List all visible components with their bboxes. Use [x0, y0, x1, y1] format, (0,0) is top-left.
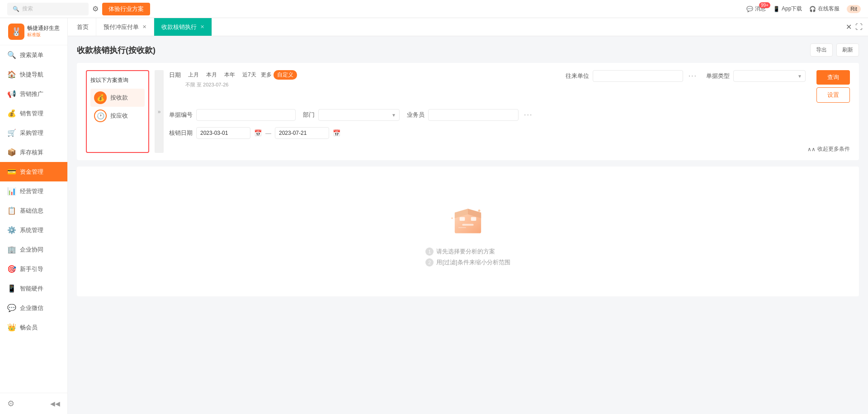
filter-scheme-panel: 按以下方案查询 💰 按收款 🕐 按应收: [86, 70, 149, 153]
sidebar-item-hardware[interactable]: 📱 智能硬件: [0, 279, 67, 298]
industry-solution-button[interactable]: 体验行业方案: [102, 3, 150, 15]
svg-rect-4: [471, 217, 476, 221]
sidebar-item-label: 快捷导航: [20, 71, 43, 79]
settings-icon[interactable]: ⚙: [92, 5, 99, 13]
tab-prepay-close[interactable]: ✕: [142, 24, 146, 30]
svg-point-8: [451, 218, 453, 219]
date-btn-7days[interactable]: 近7天: [240, 70, 259, 80]
query-button[interactable]: 查询: [816, 70, 850, 85]
app-download-button[interactable]: 📱 App下载: [773, 5, 802, 13]
svg-rect-5: [462, 224, 474, 226]
date-more-btn[interactable]: 更多: [261, 71, 272, 79]
dept-select[interactable]: [318, 109, 400, 121]
counterparty-input[interactable]: [593, 70, 683, 82]
doc-no-field: 单据编号: [169, 109, 296, 121]
marketing-icon: 📢: [7, 90, 16, 98]
date-field-group: 日期 上月 本月 本年 近7天 更多 自定义: [169, 70, 558, 88]
writeoff-end-calendar-icon[interactable]: 📅: [333, 129, 340, 137]
sidebar-item-label: 营销推广: [20, 90, 43, 98]
sidebar-item-member[interactable]: 👑 畅会员: [0, 318, 67, 337]
user-info[interactable]: Rit: [847, 5, 861, 13]
sidebar-item-guide[interactable]: 🎯 新手引导: [0, 259, 67, 279]
by-receipt-icon: 💰: [94, 91, 107, 104]
home-icon: 🏠: [7, 70, 16, 79]
date-no-limit-text: 不限 至 2023-07-26: [185, 81, 228, 88]
filter-row-3: 核销日期 📅 — 📅: [169, 127, 850, 139]
staff-input[interactable]: [428, 109, 519, 121]
inventory-icon: 📦: [7, 148, 16, 157]
empty-icon: [445, 194, 491, 240]
sales-icon: 💰: [7, 109, 16, 118]
sidebar-item-operations[interactable]: 📊 经营管理: [0, 181, 67, 201]
tab-expand-icon[interactable]: ⛶: [855, 23, 863, 31]
top-bar-left: 🔍 搜索 ⚙ 体验行业方案: [7, 3, 741, 15]
tab-receipt-writeoff[interactable]: 收款核销执行 ✕: [154, 18, 212, 36]
app-name: 畅捷通好生意: [27, 25, 60, 32]
writeoff-start-input[interactable]: [196, 127, 250, 139]
filter-row-2: 单据编号 部门 ▼: [169, 109, 850, 121]
page-content: 收款核销执行(按收款) 导出 刷新 按以下方案查询 💰 按收款 🕐: [68, 36, 868, 414]
sidebar-item-quick-nav[interactable]: 🏠 快捷导航: [0, 65, 67, 84]
date-btn-last-month[interactable]: 上月: [185, 70, 202, 80]
tab-home[interactable]: 首页: [70, 18, 96, 36]
tab-prepay[interactable]: 预付冲应付单 ✕: [96, 18, 154, 36]
svg-point-7: [478, 209, 481, 212]
hardware-icon: 📱: [7, 284, 16, 293]
empty-illustration: [445, 194, 491, 239]
sidebar-item-system[interactable]: ⚙️ 系统管理: [0, 220, 67, 240]
doc-type-select[interactable]: [733, 70, 806, 82]
counterparty-label: 往来单位: [566, 72, 589, 80]
sidebar-item-label: 畅会员: [20, 324, 38, 332]
service-icon: 🎧: [809, 6, 816, 12]
search-menu-icon: 🔍: [7, 51, 16, 59]
sidebar-item-basic-info[interactable]: 📋 基础信息: [0, 201, 67, 220]
sidebar-item-purchase[interactable]: 🛒 采购管理: [0, 123, 67, 143]
sidebar-items-list: 🔍 搜索菜单 🏠 快捷导航 📢 营销推广 💰 销售管理 🛒 采购管理 📦: [0, 45, 67, 337]
collapse-more-button[interactable]: ∧∧ 收起更多条件: [807, 145, 850, 153]
counterparty-select-btn[interactable]: ···: [687, 72, 699, 80]
sidebar-item-label: 库存核算: [20, 148, 43, 157]
doc-no-input[interactable]: [196, 109, 296, 121]
sidebar-item-label: 基础信息: [20, 207, 43, 215]
sidebar-item-finance[interactable]: 💳 资金管理: [0, 162, 67, 181]
sidebar-item-sales[interactable]: 💰 销售管理: [0, 104, 67, 123]
sidebar-item-label: 资金管理: [20, 168, 43, 176]
date-label: 日期: [169, 71, 183, 79]
online-service-button[interactable]: 🎧 在线客服: [809, 5, 840, 13]
messages-badge: 99+: [759, 2, 770, 8]
sidebar-item-marketing[interactable]: 📢 营销推广: [0, 84, 67, 104]
staff-select-btn[interactable]: ···: [522, 111, 534, 119]
tab-receipt-writeoff-close[interactable]: ✕: [200, 24, 204, 30]
sidebar-item-inventory[interactable]: 📦 库存核算: [0, 143, 67, 162]
filter-option-by-receivable[interactable]: 🕐 按应收: [90, 107, 145, 125]
guide-icon: 🎯: [7, 265, 16, 273]
date-btn-this-year[interactable]: 本年: [222, 70, 238, 80]
export-button[interactable]: 导出: [810, 43, 833, 57]
writeoff-start-calendar-icon[interactable]: 📅: [254, 129, 262, 137]
messages-button[interactable]: 💬 消息 99+: [746, 5, 766, 13]
staff-label: 业务员: [407, 111, 425, 119]
sidebar-item-search[interactable]: 🔍 搜索菜单: [0, 45, 67, 65]
sidebar-item-wechat[interactable]: 💬 企业微信: [0, 298, 67, 318]
tip-text-2: 用[过滤]条件来缩小分析范围: [436, 258, 510, 266]
user-name: Rit: [847, 5, 861, 13]
refresh-button[interactable]: 刷新: [836, 43, 859, 57]
date-btn-custom[interactable]: 自定义: [274, 70, 297, 80]
search-box[interactable]: 🔍 搜索: [7, 3, 89, 15]
filter-collapse-button[interactable]: »: [155, 70, 164, 153]
sidebar-item-label: 搜索菜单: [20, 51, 43, 59]
sidebar-item-enterprise[interactable]: 🏢 企业协同: [0, 240, 67, 259]
settings-button[interactable]: 设置: [816, 87, 850, 103]
filter-option-by-receipt[interactable]: 💰 按收款: [90, 89, 145, 107]
app-edition: 标准版: [27, 32, 60, 38]
enterprise-icon: 🏢: [7, 245, 16, 254]
sidebar-settings-icon[interactable]: ⚙: [7, 399, 14, 409]
collapse-more-label: 收起更多条件: [817, 145, 850, 153]
system-icon: ⚙️: [7, 226, 16, 234]
sidebar-collapse-icon[interactable]: ◀◀: [50, 400, 60, 407]
wechat-icon: 💬: [7, 304, 16, 312]
date-btn-this-month[interactable]: 本月: [203, 70, 220, 80]
tab-close-all-icon[interactable]: ✕: [846, 23, 852, 31]
writeoff-end-input[interactable]: [275, 127, 329, 139]
by-receipt-label: 按收款: [110, 94, 128, 102]
